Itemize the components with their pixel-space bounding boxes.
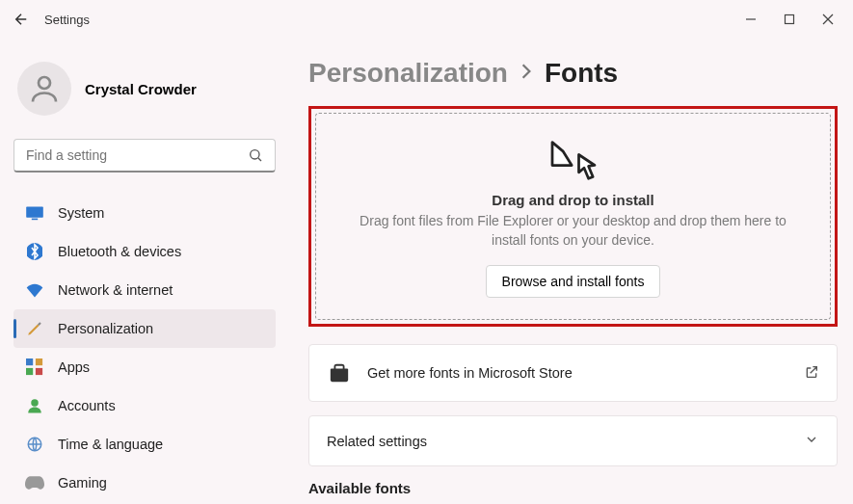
- browse-fonts-button[interactable]: Browse and install fonts: [486, 265, 661, 298]
- title-bar: Settings: [0, 0, 853, 39]
- system-icon: [25, 203, 44, 223]
- svg-point-14: [31, 399, 39, 407]
- svg-rect-1: [786, 15, 794, 24]
- accounts-icon: [25, 396, 44, 415]
- sidebar-item-label: Accounts: [58, 398, 116, 413]
- user-name: Crystal Crowder: [85, 81, 197, 97]
- sidebar-item-label: Apps: [58, 359, 90, 375]
- store-icon: [327, 360, 352, 385]
- sidebar-item-label: Time & language: [58, 437, 163, 452]
- svg-rect-12: [26, 368, 33, 375]
- sidebar-item-label: System: [58, 205, 104, 221]
- sidebar-item-label: Gaming: [58, 475, 107, 491]
- chevron-down-icon: [804, 432, 819, 450]
- svg-rect-10: [26, 358, 33, 365]
- search-box[interactable]: [13, 139, 276, 172]
- card-text: Get more fonts in Microsoft Store: [367, 365, 804, 381]
- search-input[interactable]: [26, 147, 248, 163]
- minimize-button[interactable]: [741, 10, 760, 29]
- svg-rect-7: [26, 207, 43, 218]
- sidebar-item-apps[interactable]: Apps: [13, 348, 276, 386]
- profile-block[interactable]: Crystal Crowder: [17, 62, 276, 116]
- nav-list: System Bluetooth & devices Network & int…: [13, 194, 276, 502]
- svg-point-4: [39, 77, 50, 89]
- sidebar-item-label: Network & internet: [58, 282, 173, 298]
- sidebar-item-accounts[interactable]: Accounts: [13, 386, 276, 425]
- avatar: [17, 62, 71, 116]
- bluetooth-icon: [25, 242, 44, 261]
- person-icon: [27, 71, 62, 106]
- wifi-icon: [25, 280, 44, 300]
- breadcrumb-parent[interactable]: Personalization: [308, 58, 508, 89]
- minimize-icon: [745, 13, 757, 25]
- app-title: Settings: [44, 13, 90, 27]
- external-link-icon: [804, 364, 819, 383]
- sidebar-item-system[interactable]: System: [13, 194, 276, 232]
- maximize-icon: [784, 13, 795, 25]
- globe-icon: [25, 435, 44, 454]
- font-dropzone[interactable]: Drag and drop to install Drag font files…: [315, 113, 831, 320]
- related-settings-card[interactable]: Related settings: [308, 415, 838, 466]
- back-arrow-icon: [13, 11, 30, 28]
- apps-icon: [25, 358, 44, 377]
- close-button[interactable]: [818, 10, 838, 29]
- sidebar-item-network[interactable]: Network & internet: [13, 271, 276, 309]
- page-title: Fonts: [545, 58, 618, 89]
- close-icon: [822, 13, 834, 25]
- maximize-button[interactable]: [780, 10, 799, 29]
- dropzone-description: Drag font files from File Explorer or yo…: [345, 212, 801, 250]
- sidebar-item-bluetooth[interactable]: Bluetooth & devices: [13, 232, 276, 271]
- search-icon: [248, 147, 263, 163]
- card-text: Related settings: [327, 434, 804, 449]
- svg-rect-11: [36, 358, 42, 365]
- breadcrumb: Personalization Fonts: [308, 58, 838, 89]
- sidebar-item-personalization[interactable]: Personalization: [13, 309, 276, 348]
- dropzone-title: Drag and drop to install: [345, 192, 801, 208]
- sidebar-item-label: Bluetooth & devices: [58, 244, 181, 259]
- drag-drop-icon: [345, 139, 801, 184]
- svg-line-6: [258, 158, 261, 161]
- highlight-annotation: Drag and drop to install Drag font files…: [308, 106, 838, 327]
- more-fonts-store-card[interactable]: Get more fonts in Microsoft Store: [308, 344, 838, 402]
- svg-point-5: [251, 150, 259, 159]
- chevron-right-icon: [520, 63, 533, 85]
- sidebar-item-label: Personalization: [58, 321, 153, 336]
- svg-rect-13: [36, 368, 42, 375]
- svg-rect-8: [32, 219, 38, 221]
- main-content: Personalization Fonts Drag and drop to i…: [289, 39, 853, 504]
- sidebar-item-time-language[interactable]: Time & language: [13, 425, 276, 464]
- available-fonts-header: Available fonts: [308, 480, 838, 496]
- back-button[interactable]: [10, 8, 33, 31]
- gaming-icon: [25, 473, 44, 492]
- window-controls: [741, 10, 843, 29]
- sidebar: Crystal Crowder System Bluetooth & devic…: [0, 39, 289, 504]
- sidebar-item-gaming[interactable]: Gaming: [13, 464, 276, 502]
- personalization-icon: [25, 319, 44, 338]
